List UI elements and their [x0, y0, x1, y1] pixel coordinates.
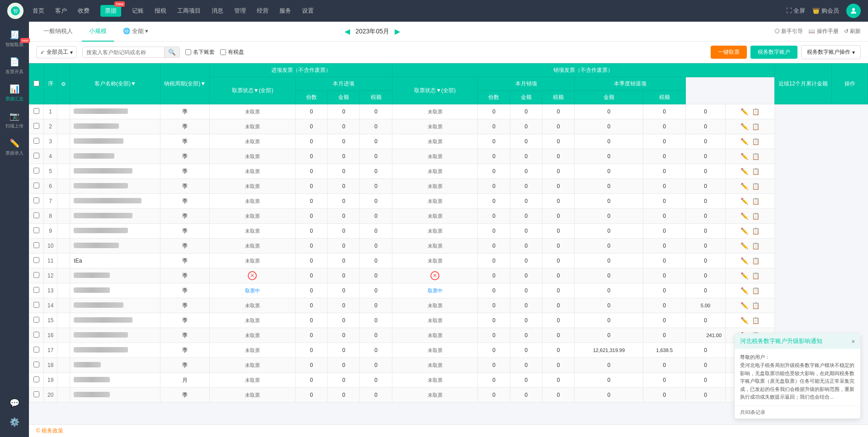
one-key-ticket-btn[interactable]: 一键取票 — [711, 46, 747, 59]
copy-btn[interactable]: 📋 — [751, 316, 760, 325]
row-checkbox[interactable] — [33, 391, 39, 397]
table-row: 9 季 未取票 0 0 0 未取票 0 0 0 0 0 0 ✏️ 📋 — [29, 224, 868, 239]
edit-btn[interactable]: ✏️ — [740, 197, 749, 206]
copy-btn[interactable]: 📋 — [751, 122, 760, 131]
tab-small-scale[interactable]: 小规模 — [82, 22, 114, 42]
notification-close-btn[interactable]: × — [851, 338, 855, 345]
user-avatar[interactable] — [846, 4, 861, 18]
edit-btn[interactable]: ✏️ — [740, 256, 749, 265]
copy-btn[interactable]: 📋 — [751, 301, 760, 310]
row-checkbox[interactable] — [33, 168, 39, 174]
tax-disk-checkbox[interactable] — [220, 49, 226, 55]
sidebar-item-ticket-summary[interactable]: 📊 票据汇总 — [0, 80, 29, 107]
nav-operation[interactable]: 经营 — [257, 7, 269, 15]
row-checkbox[interactable] — [33, 197, 39, 203]
manual-btn[interactable]: 📖 操作手册 — [808, 28, 838, 35]
download-checkbox[interactable] — [185, 49, 191, 55]
nav-accounting[interactable]: 记账 — [132, 7, 144, 15]
out-fetch-status-header[interactable]: 取票状态▼(全部) — [392, 77, 478, 104]
edit-btn[interactable]: ✏️ — [740, 122, 749, 131]
nav-fee[interactable]: 收费 — [78, 7, 90, 15]
edit-btn[interactable]: ✏️ — [740, 286, 749, 295]
edit-btn[interactable]: ✏️ — [740, 182, 749, 191]
copy-btn[interactable]: 📋 — [751, 256, 760, 265]
copy-btn[interactable]: 📋 — [751, 197, 760, 206]
copy-btn[interactable]: 📋 — [751, 137, 760, 146]
edit-btn[interactable]: ✏️ — [740, 271, 749, 280]
status-text[interactable]: © 税务政策 — [36, 427, 63, 435]
copy-btn[interactable]: 📋 — [751, 167, 760, 176]
sidebar-item-message[interactable]: 💬 — [6, 394, 23, 413]
row-checkbox[interactable] — [33, 183, 39, 188]
row-checkbox[interactable] — [33, 123, 39, 129]
search-button[interactable]: 🔍 — [164, 47, 179, 57]
download-checkbox-label[interactable]: 名下账套 — [185, 48, 215, 56]
tax-digital-account-ops-btn[interactable]: 税务数字账户操作 ▾ — [801, 45, 861, 59]
row-checkbox[interactable] — [33, 302, 39, 308]
nav-settings[interactable]: 设置 — [302, 7, 314, 15]
edit-btn[interactable]: ✏️ — [740, 316, 749, 325]
refresh-btn[interactable]: ↺ 刷新 — [844, 28, 861, 35]
copy-btn[interactable]: 📋 — [751, 211, 760, 221]
sidebar-item-settings[interactable]: ⚙️ — [6, 413, 23, 432]
row-checkbox[interactable] — [33, 362, 39, 367]
vip-btn[interactable]: 👑 购会员 — [812, 7, 839, 15]
in-fetch-status-header[interactable]: 取票状态▼(全部) — [210, 77, 296, 104]
nav-business[interactable]: 工商项目 — [177, 7, 201, 15]
edit-btn[interactable]: ✏️ — [740, 241, 749, 250]
copy-btn[interactable]: 📋 — [751, 182, 760, 191]
nav-tax[interactable]: 报税 — [155, 7, 166, 15]
nav-service[interactable]: 服务 — [279, 7, 291, 15]
row-checkbox[interactable] — [33, 138, 39, 144]
edit-btn[interactable]: ✏️ — [740, 152, 749, 161]
row-checkbox[interactable] — [33, 108, 39, 114]
tax-disk-checkbox-label[interactable]: 有税盘 — [220, 48, 244, 56]
settings-header[interactable]: ⚙ — [57, 64, 70, 104]
row-checkbox[interactable] — [33, 332, 39, 338]
copy-btn[interactable]: 📋 — [751, 226, 760, 235]
edit-btn[interactable]: ✏️ — [740, 301, 749, 310]
fullscreen-btn[interactable]: ⛶ 全屏 — [786, 7, 806, 15]
row-checkbox[interactable] — [33, 153, 39, 159]
copy-btn[interactable]: 📋 — [751, 286, 760, 295]
nav-message[interactable]: 消息 — [212, 7, 223, 15]
edit-btn[interactable]: ✏️ — [740, 226, 749, 235]
tax-period-header[interactable]: 纳税周期(全部)▼ — [160, 64, 210, 104]
guide-btn[interactable]: ◎ 新手引导 — [774, 28, 803, 35]
sidebar-item-scan-upload[interactable]: 📷 扫描上传 — [0, 107, 29, 134]
row-checkbox[interactable] — [33, 272, 39, 278]
row-checkbox[interactable] — [33, 212, 39, 218]
row-checkbox[interactable] — [33, 317, 39, 323]
tax-digital-account-btn[interactable]: 税务数字账户 — [750, 46, 797, 59]
in-qty-cell: 0 — [295, 343, 327, 358]
sidebar-item-smart-ticket[interactable]: 🧾 智能取票 new — [0, 25, 29, 52]
edit-btn[interactable]: ✏️ — [740, 211, 749, 221]
customer-name-header[interactable]: 客户名称(全部)▼ — [70, 64, 160, 104]
copy-btn[interactable]: 📋 — [751, 107, 760, 116]
copy-btn[interactable]: 📋 — [751, 152, 760, 161]
employee-filter[interactable]: ✓ 全部员工 ▾ — [36, 46, 77, 58]
search-input[interactable] — [83, 47, 164, 57]
edit-btn[interactable]: ✏️ — [740, 137, 749, 146]
tab-all[interactable]: 🌐 全能 ▾ — [116, 22, 156, 42]
copy-btn[interactable]: 📋 — [751, 241, 760, 250]
date-prev-btn[interactable]: ◀ — [344, 27, 350, 36]
date-next-btn[interactable]: ▶ — [395, 27, 400, 36]
nav-manage[interactable]: 管理 — [234, 7, 246, 15]
copy-btn[interactable]: 📋 — [751, 271, 760, 280]
select-all-checkbox[interactable] — [33, 80, 39, 86]
row-checkbox[interactable] — [33, 257, 39, 263]
tab-general-taxpayer[interactable]: 一般纳税人 — [36, 22, 80, 42]
row-checkbox[interactable] — [33, 287, 39, 293]
nav-ticket[interactable]: 票据 new — [100, 5, 121, 17]
row-checkbox[interactable] — [33, 227, 39, 233]
sidebar-item-invoice-open[interactable]: 📄 发票开具 — [0, 52, 29, 80]
edit-btn[interactable]: ✏️ — [740, 107, 749, 116]
sidebar-item-ticket-entry[interactable]: ✏️ 票据录入 — [0, 134, 29, 161]
row-checkbox[interactable] — [33, 376, 39, 382]
row-checkbox[interactable] — [33, 347, 39, 352]
row-checkbox[interactable] — [33, 242, 39, 248]
nav-home[interactable]: 首页 — [33, 7, 44, 15]
nav-customer[interactable]: 客户 — [55, 7, 67, 15]
edit-btn[interactable]: ✏️ — [740, 167, 749, 176]
